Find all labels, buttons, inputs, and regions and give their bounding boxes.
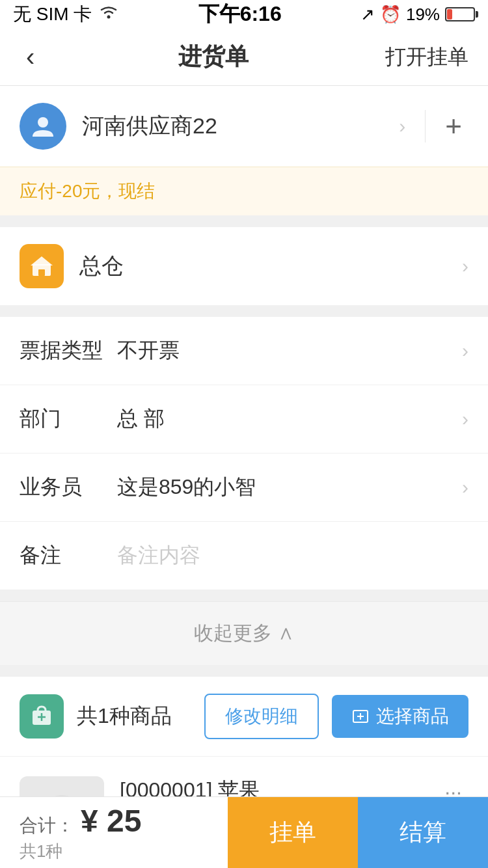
carrier-text: 无 SIM 卡 [13,2,92,27]
status-bar: 无 SIM 卡 下午6:16 ↗ ⏰ 19% [0,0,488,29]
warehouse-name: 总仓 [79,251,462,281]
add-supplier-button[interactable]: + [425,110,468,142]
select-product-button[interactable]: 选择商品 [332,695,468,738]
svg-point-0 [107,16,111,19]
supplier-section: 河南供应商22 › + 应付-20元，现结 [0,86,488,215]
supplier-avatar [20,103,66,150]
supplier-name[interactable]: 河南供应商22 [82,111,399,141]
total-section: 合计： ¥ 25 共1种 [0,803,228,863]
battery-fill [447,9,452,20]
svg-point-1 [38,117,48,128]
invoice-label: 票据类型 [20,336,104,365]
product-icon [20,694,64,739]
checkout-button[interactable]: 结算 [358,797,488,869]
warehouse-section: 总仓 › [0,227,488,305]
dept-value: 总 部 [104,405,462,433]
open-hang-button[interactable]: 打开挂单 [385,43,468,72]
nav-bar: ‹ 进货单 打开挂单 [0,29,488,86]
remark-input[interactable]: 备注内容 [104,541,468,570]
sales-row[interactable]: 业务员 这是859的小智 › [0,454,488,522]
warehouse-icon [20,244,64,288]
svg-rect-4 [38,269,45,276]
status-right: ↗ ⏰ 19% [360,5,475,25]
bottom-bar: 合计： ¥ 25 共1种 挂单 结算 [0,796,488,868]
svg-marker-3 [31,256,53,265]
collapse-bar[interactable]: 收起更多 ∧ [0,601,488,665]
location-icon: ↗ [360,5,375,25]
invoice-value: 不开票 [104,336,462,365]
warehouse-arrow-icon: › [462,255,468,277]
battery-icon-container [445,7,475,21]
hang-order-button[interactable]: 挂单 [228,797,358,869]
total-amount: 合计： ¥ 25 [20,803,208,839]
main-content: 河南供应商22 › + 应付-20元，现结 总仓 › 票据类型 不开票 › [0,86,488,868]
invoice-row[interactable]: 票据类型 不开票 › [0,317,488,385]
status-time: 下午6:16 [198,0,282,29]
dept-row[interactable]: 部门 总 部 › [0,385,488,454]
page-title: 进货单 [178,41,249,73]
total-value: ¥ 25 [81,803,141,839]
form-section: 票据类型 不开票 › 部门 总 部 › 业务员 这是859的小智 › 备注 备注… [0,317,488,590]
status-left: 无 SIM 卡 [13,2,119,27]
wifi-icon [98,4,119,25]
sales-arrow-icon: › [462,476,468,498]
sales-label: 业务员 [20,473,104,502]
select-product-label: 选择商品 [376,704,449,729]
warehouse-row[interactable]: 总仓 › [0,227,488,305]
sales-value: 这是859的小智 [104,473,462,502]
total-sub: 共1种 [20,840,208,863]
product-header: 共1种商品 修改明细 选择商品 [0,677,488,757]
collapse-label: 收起更多 ∧ [194,622,293,644]
supplier-arrow-icon: › [399,115,405,137]
battery-percent: 19% [406,5,440,25]
remark-label: 备注 [20,541,104,570]
back-button[interactable]: ‹ [20,36,41,78]
dept-label: 部门 [20,405,104,433]
product-count: 共1种商品 [77,702,204,731]
supplier-row: 河南供应商22 › + [0,86,488,167]
modify-detail-button[interactable]: 修改明细 [204,694,319,739]
dept-arrow-icon: › [462,408,468,430]
invoice-arrow-icon: › [462,340,468,362]
supplier-notice: 应付-20元，现结 [0,167,488,215]
total-label: 合计： [20,813,74,838]
alarm-icon: ⏰ [380,5,401,25]
remark-row[interactable]: 备注 备注内容 [0,522,488,590]
